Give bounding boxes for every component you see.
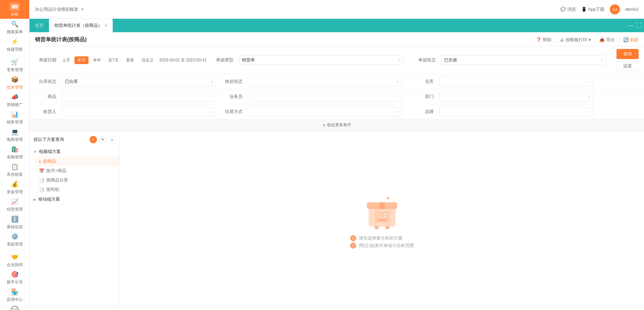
sidebar-item-purchase[interactable]: 🛍️ 采购管理 [0, 144, 30, 161]
doc-type-arrow-icon: ▾ [399, 58, 400, 62]
divider-2 [595, 37, 595, 43]
template-print-btn[interactable]: 🖨 按模板打印 ▾ [560, 37, 591, 43]
sidebar-item-sales[interactable]: 📊 销售管理 [0, 109, 30, 126]
receiver-label: 收货人 [35, 109, 56, 115]
tree-group-desktop-header[interactable]: ▼ 电脑端方案 [30, 147, 120, 157]
tree-item-by-product[interactable]: ● 按商品 [35, 157, 120, 166]
tree-item-by-cashier[interactable]: 📑 按司机 [35, 185, 120, 194]
salesperson-input[interactable]: ··· [248, 92, 402, 101]
tab-bar: 首页 销货单统计表（按商品） ✕ — ⛶ [30, 19, 644, 32]
tab-close-icon[interactable]: ✕ [104, 23, 107, 28]
svg-rect-5 [379, 202, 385, 209]
content-body: 按以下方案查询 + ✎ « [30, 131, 644, 310]
filter-panel-title: 按以下方案查询 [34, 137, 64, 143]
product-dots-icon: ··· [209, 94, 213, 99]
help-btn[interactable]: ❓ 帮助 [536, 37, 551, 43]
sidebar-item-retail[interactable]: 🛒 零售管理 [0, 57, 30, 74]
department-dropdown[interactable]: ▾ [439, 92, 593, 101]
date-btn-7days[interactable]: 近7天 [105, 56, 122, 64]
date-range: 2023-03-01 至 2023-03-31 [159, 57, 207, 63]
date-btn-this-year[interactable]: 本年 [90, 56, 104, 64]
tab-sales-stat[interactable]: 销货单统计表（按商品） ✕ [49, 19, 113, 32]
svg-text:✦: ✦ [385, 195, 390, 202]
page-header: 销货单统计表(按商品) ❓ 帮助 🖨 按模板打印 ▾ 📤 [30, 32, 644, 46]
panel-tree: ▼ 电脑端方案 ● 按商品 📅 按月+商品 [30, 145, 120, 206]
salesperson-dots-icon: ··· [395, 94, 399, 99]
sidebar-item-system[interactable]: ⚙️ 系统管理 [0, 231, 30, 249]
empty-state: ✦ ✦ [350, 193, 414, 249]
receiver-dots-icon: ··· [209, 109, 213, 114]
message-icon: 💬 [560, 7, 566, 12]
receiver-input[interactable]: ··· [62, 107, 216, 116]
refresh-btn[interactable]: 🔄 刷新 [623, 37, 639, 43]
purchase-icon: 🛍️ [11, 146, 18, 153]
warehouse-status-dropdown[interactable]: 已出库 ▾ [62, 77, 216, 86]
message-btn[interactable]: 💬 消息 [560, 6, 576, 12]
sidebar-item-quick-nav[interactable]: ⚡ 快捷导航 [0, 36, 30, 54]
query-button[interactable]: 查询 [616, 49, 639, 59]
wholesale-icon: 📦 [11, 76, 18, 83]
tab-expand: — ⛶ [628, 22, 641, 29]
add-scheme-btn[interactable]: + [90, 136, 97, 143]
payment-status-arrow-icon: ▾ [397, 80, 398, 84]
tree-group-mobile: ▶ 移动端方案 [30, 194, 120, 204]
sidebar-item-label: 新手引导 [7, 279, 23, 285]
avatar[interactable]: Ea [610, 4, 620, 14]
date-btn-last-month[interactable]: 上月 [59, 56, 73, 64]
collapse-panel-btn[interactable]: « [108, 136, 116, 143]
logo: 标账 [0, 0, 30, 19]
app-download-btn[interactable]: 📱 App下载 [581, 6, 604, 12]
doc-type-dropdown[interactable]: 销货单 ▾ [239, 55, 404, 65]
tree-item-by-month-product[interactable]: 📅 按月+商品 [35, 166, 120, 175]
collapse-button[interactable]: ∧ 收起更多条件 [323, 122, 351, 128]
date-btn-custom[interactable]: 自定义 [139, 56, 157, 64]
warehouse-input[interactable]: ··· [439, 77, 593, 86]
sidebar-item-operations[interactable]: 📈 经营管理 [0, 196, 30, 214]
sidebar-item-wholesale[interactable]: 📦 批发管理 [0, 74, 30, 92]
dropdown-arrow-icon[interactable]: ▾ [81, 7, 84, 12]
empty-illustration: ✦ ✦ [362, 193, 402, 230]
edit-icon: ✎ [101, 137, 104, 142]
svg-rect-14 [375, 226, 379, 229]
sidebar-item-label: 销售管理 [7, 119, 23, 125]
svg-rect-0 [11, 5, 18, 9]
tree-group-mobile-header[interactable]: ▶ 移动端方案 [30, 194, 120, 204]
sidebar-item-basic[interactable]: ℹ️ 基础信息 [0, 214, 30, 231]
tree-item-by-category[interactable]: 📑 按商品分类 [35, 175, 120, 185]
doc-status-label: 单据状态 [414, 57, 436, 63]
sidebar-item-inventory[interactable]: 📋 库存核算 [0, 161, 30, 179]
sidebar-item-ecommerce[interactable]: 💻 电商管理 [0, 126, 30, 144]
sidebar-item-search[interactable]: 🔍 搜索菜单 [0, 19, 30, 36]
settings-button[interactable]: 设置 [616, 61, 639, 71]
sidebar-item-enterprise[interactable]: 🤝 企业协同 [0, 252, 30, 269]
svg-text:✦: ✦ [372, 201, 375, 204]
sidebar-item-marketing[interactable]: 📣 营销推广 [0, 92, 30, 109]
sidebar-item-wechat[interactable]: 💬 企业微信 [0, 304, 30, 310]
date-btn-this-month[interactable]: 本月 [74, 56, 89, 64]
edit-scheme-btn[interactable]: ✎ [99, 136, 106, 143]
tab-minimize-icon[interactable]: — [628, 22, 633, 29]
enterprise-icon: 🤝 [11, 253, 18, 261]
export-btn[interactable]: 📤 导出 [599, 37, 615, 43]
payment-method-dropdown[interactable]: ▾ [248, 107, 402, 116]
cashier-icon: 📑 [39, 187, 44, 192]
tab-home[interactable]: 首页 [30, 19, 49, 32]
sidebar-item-finance[interactable]: 💰 资金管理 [0, 179, 30, 196]
product-input[interactable]: ··· [62, 92, 216, 101]
sidebar-item-guide[interactable]: 🎯 新手引导 [0, 269, 30, 287]
payment-status-dropdown[interactable]: ▾ [248, 77, 402, 86]
filter-section: 单据日期 上月 本月 本年 近7天 更多 自定义 2023-03-01 至 20… [30, 46, 644, 131]
tab-maximize-icon[interactable]: ⛶ [636, 22, 641, 29]
sidebar-item-appstore[interactable]: 🏪 应用中心 [0, 287, 30, 304]
print-icon: 🖨 [560, 37, 564, 42]
svg-rect-15 [385, 226, 389, 229]
search-icon: 🔍 [11, 20, 18, 28]
svg-point-12 [384, 215, 386, 216]
brand-dots-icon: ··· [586, 109, 590, 114]
filter-panel-tools: + ✎ « [90, 136, 116, 143]
finance-icon: 💰 [11, 180, 18, 188]
brand-input[interactable]: ··· [439, 107, 593, 116]
date-btn-more[interactable]: 更多 [123, 56, 137, 64]
tree-expand-icon: ▼ [34, 150, 37, 154]
doc-status-dropdown[interactable]: 已生效 ▾ [441, 55, 606, 65]
